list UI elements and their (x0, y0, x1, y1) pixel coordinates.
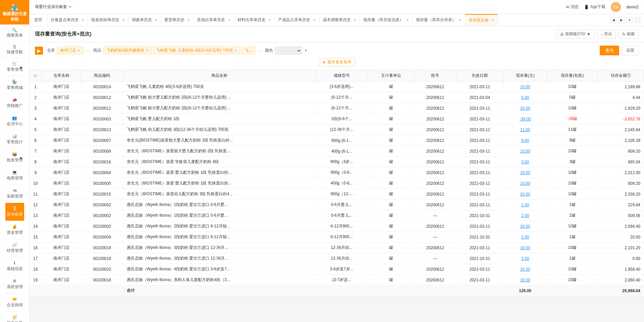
color-select[interactable] (275, 47, 302, 55)
product-tag1-remove[interactable]: ✕ (146, 49, 149, 52)
qty-main-link[interactable]: 10.00 (520, 106, 530, 111)
tab-xiancun-kuang[interactable]: 现存量（库存状况表） ✕ (360, 14, 413, 26)
qty-main-link[interactable]: 11.00 (520, 127, 530, 132)
tab-close[interactable]: ✕ (491, 18, 494, 22)
qty-main-link[interactable]: 10.00 (520, 192, 530, 197)
export-button[interactable]: ↓ 导出 (597, 30, 616, 39)
cell-code: 00100008 (81, 146, 123, 157)
query-button[interactable]: 查询 (600, 46, 619, 55)
tab-close[interactable]: ✕ (459, 18, 462, 22)
qty-main-link[interactable]: 10.00 (520, 267, 530, 272)
user-avatar[interactable]: Ea (611, 2, 621, 12)
tab-qita[interactable]: 其他出库单历史 ✕ (194, 14, 234, 26)
sidebar-item-system[interactable]: ⚙系统管理 (5, 275, 24, 293)
tab-next-btn[interactable]: ▶ (619, 17, 625, 23)
tab-home[interactable]: 首页 (30, 14, 47, 26)
sidebar-item-stats[interactable]: 📊零售统计 (5, 130, 24, 149)
tab-close[interactable]: ✕ (406, 18, 409, 22)
expand-label: 展开更多条件 (327, 59, 352, 65)
total-cell-batch (414, 285, 456, 296)
stats-icon: 📊 (12, 134, 17, 139)
sidebar-item-wholesale[interactable]: 📦批发管理▶ (5, 149, 24, 167)
product-filter-more[interactable]: ··· (257, 48, 261, 53)
table-row: 7 南岸门店 00100008 舍生元（BIOSTIME）派星较大婴儿配方奶粉 … (30, 146, 644, 157)
refresh-button[interactable]: ↻ 刷新 (619, 30, 639, 39)
tab-prev-btn[interactable]: ◀ (610, 17, 616, 23)
tab-xiancun-fen[interactable]: 现存量（库存分布表） ✕ (413, 14, 465, 26)
tab-close[interactable]: ✕ (313, 18, 316, 22)
filter-row2: ▼ 展开更多条件 (35, 58, 639, 66)
qty-main-link[interactable]: 10.00 (520, 278, 530, 282)
tab-cailiao[interactable]: 材料出库单历史 ✕ (234, 14, 275, 26)
tab-close[interactable]: ✕ (228, 18, 230, 22)
qty-main-link[interactable]: 2.00 (521, 213, 529, 218)
tab-close[interactable]: ✕ (187, 18, 190, 22)
qty-main-link[interactable]: 9.00 (521, 138, 529, 143)
expand-btn[interactable]: ▼ 展开更多条件 (318, 58, 355, 66)
filter-more-icon[interactable]: ··· (85, 48, 89, 53)
warehouse-tag-remove[interactable]: ✕ (77, 49, 80, 52)
cell-code: 00100002 (81, 200, 123, 210)
sidebar-item-ecommerce[interactable]: 💻电商管理 (5, 167, 24, 185)
tab-chanchenpin[interactable]: 产成品入库单历史 ✕ (275, 14, 319, 26)
qty-main-link[interactable]: 1.00 (521, 235, 529, 239)
sidebar-item-guide[interactable]: 🧭新手引导 (5, 312, 24, 322)
cell-warehouse: 南岸门店 (42, 178, 81, 189)
messages-button[interactable]: ✉ 消息 (566, 4, 579, 10)
sidebar-item-member[interactable]: 👥会员中心 (5, 112, 24, 130)
qty-main-link[interactable]: -39.00 (520, 117, 531, 121)
tab-label: 现存量（库存状况表） (363, 17, 404, 23)
nav-icon: ☰ (13, 45, 16, 49)
sidebar-item-purchase[interactable]: 🛍采购管理 (5, 185, 24, 203)
tab-zuzhuang[interactable]: 组装拆卸单历史 ✕ (88, 14, 128, 26)
product-tag2-remove[interactable]: ✕ (234, 49, 237, 52)
tab-close[interactable]: ✕ (268, 18, 271, 22)
print-button[interactable]: 🖨 按模板打印 ▼ (556, 30, 594, 39)
sidebar-item-marketing[interactable]: 📣营销推广 (5, 94, 24, 112)
qty-main-link[interactable]: 10.00 (520, 149, 530, 154)
tab-close[interactable]: ✕ (122, 18, 125, 22)
qty-main-link[interactable]: 10.00 (520, 85, 530, 89)
cell-warehouse: 南岸门店 (42, 275, 81, 285)
tab-close[interactable]: ✕ (354, 18, 356, 22)
tab-close-all-btn[interactable]: ✕ (627, 17, 633, 23)
sidebar-item-inventory[interactable]: 🗄库存核算 (5, 203, 24, 221)
cell-spec: 0-6月婴儿... (315, 200, 368, 210)
qty-main-link[interactable]: 1.00 (521, 203, 529, 207)
sidebar-item-operation[interactable]: 📈经营管理 (5, 239, 24, 257)
sidebar-quicknav[interactable]: ☰ 快捷导航 (0, 42, 29, 58)
tab-yaohuo[interactable]: 要货单历史 ✕ (161, 14, 194, 26)
app-download-button[interactable]: 📱 App下载 (584, 4, 605, 10)
tab-close[interactable]: ✕ (82, 18, 84, 22)
cell-amount: 809.20 (598, 178, 644, 189)
sidebar-item-collab[interactable]: 🤝企业协同 (5, 293, 24, 312)
qty-main-link[interactable]: 10.00 (520, 246, 530, 250)
tab-close[interactable]: ✕ (155, 18, 157, 22)
qty-main-link[interactable]: 10.00 (520, 170, 530, 175)
store-selector[interactable]: 母婴行业演示账套 ▼ (35, 4, 72, 10)
cell-qty-main: 2.00 (503, 210, 547, 221)
cell-batch: 20200612 (414, 167, 456, 178)
tab-diaabo[interactable]: 调拨单历史 ✕ (128, 14, 161, 26)
sidebar-search[interactable]: 🔍 搜索英单 (0, 24, 29, 42)
tab-fenliang[interactable]: 分量盘点单历史 ✕ (47, 14, 88, 26)
qty-main-link[interactable]: 10.00 (520, 181, 530, 186)
tab-chengben[interactable]: 成本调整单历史 ✕ (319, 14, 360, 26)
filter-toggle-btn[interactable]: ▶ (35, 47, 43, 55)
qty-main-link[interactable]: 0.00 (521, 95, 529, 100)
cell-batch: 20200612 (414, 103, 456, 114)
sidebar-item-basicinfo[interactable]: ℹ基础信息 (5, 257, 24, 275)
qty-main-link[interactable]: 10.00 (520, 224, 530, 229)
sidebar-item-retail[interactable]: 🛒零售管理▶ (5, 58, 24, 76)
qty-main-link[interactable]: 3.00 (521, 160, 529, 164)
cell-batch: 20200612 (414, 146, 456, 157)
tab-kucun-pici[interactable]: 库存批次账 ✕ (465, 14, 498, 26)
sidebar-item-shop[interactable]: 🏪零售商城 (5, 76, 24, 94)
cell-name: 飞鹤星飞帆 较大婴儿配方奶粉 2段(6-12个月婴幼儿适用) ... (123, 103, 315, 114)
tab-fullscreen-btn[interactable]: ⛶ (635, 17, 641, 23)
cell-spec: 6-12月900... (315, 221, 368, 232)
column-settings-icon[interactable]: ⚙ (34, 73, 37, 78)
sidebar-item-finance[interactable]: 💰资金管理 (5, 221, 24, 239)
settings-button[interactable]: 设置 (622, 46, 639, 55)
qty-main-link[interactable]: 1.00 (521, 256, 529, 261)
